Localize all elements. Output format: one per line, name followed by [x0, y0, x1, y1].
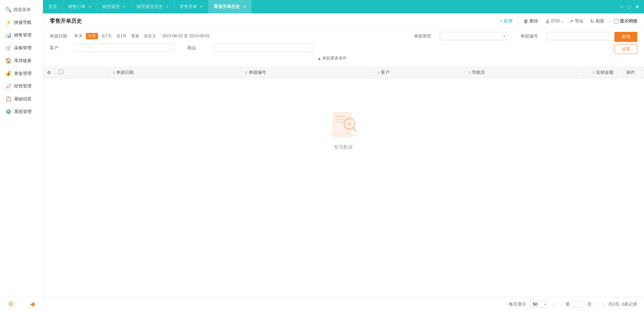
- search-icon: 🔍: [5, 7, 11, 13]
- svg-rect-4: [335, 119, 343, 120]
- date-yesterday-btn[interactable]: 昨天: [73, 33, 84, 39]
- sidebar-item-inventory[interactable]: 🏠 库存核算: [0, 54, 43, 67]
- bill-number-input[interactable]: [547, 32, 614, 40]
- minimize-button[interactable]: ─: [618, 3, 625, 10]
- th-settings[interactable]: ⚙: [43, 67, 55, 79]
- settings-button[interactable]: 设置: [614, 44, 637, 54]
- print-dropdown-icon[interactable]: ▾: [561, 19, 563, 23]
- sidebar-item-quick-nav[interactable]: ⚡ 快捷导航: [0, 16, 43, 29]
- sidebar-item-label: 采购管理: [14, 45, 32, 51]
- tab-sales-order[interactable]: 销售订单 ✕: [63, 0, 97, 13]
- close-window-button[interactable]: ✕: [634, 3, 641, 11]
- th-action: 操作: [617, 67, 644, 79]
- customer-filter-label: 客户: [50, 45, 73, 51]
- sidebar-item-sales-mgmt[interactable]: 📊 销售管理: [0, 29, 43, 42]
- tab-sales-order-close[interactable]: ✕: [88, 5, 91, 9]
- first-page-button[interactable]: ⟨⟨: [551, 301, 557, 308]
- tab-retail-open[interactable]: 零售开单 ✕: [174, 0, 208, 13]
- sidebar-bottom: ⚙ ◀: [0, 297, 43, 311]
- date-filter-label: 单据日期: [50, 33, 73, 39]
- tab-sales-order-label: 销售订单: [68, 4, 86, 10]
- page-size-select[interactable]: 10 20 50 100: [530, 301, 547, 308]
- new-button[interactable]: + 新增: [499, 17, 514, 25]
- th-guide-label: ↕ 导购员: [468, 69, 485, 75]
- filter-row-date: 单据日期 昨天 今天 近7天 近1月 更多 自定义 2023-06-02 至 2…: [50, 32, 614, 40]
- inventory-icon: 🏠: [5, 58, 11, 64]
- goods-input[interactable]: ...: [213, 44, 314, 52]
- customer-input[interactable]: ...: [73, 44, 174, 52]
- tab-home[interactable]: 首页: [43, 0, 63, 13]
- th-date[interactable]: ↕ 单据日期: [109, 67, 242, 79]
- svg-rect-5: [335, 121, 344, 122]
- tab-retail-open-history-close[interactable]: ✕: [243, 5, 246, 9]
- sidebar-item-label: 资金管理: [14, 70, 32, 76]
- bill-type-select[interactable]: [440, 32, 507, 40]
- sidebar-item-sys-mgmt[interactable]: ⚙️ 系统管理: [0, 105, 43, 118]
- sidebar-item-label: 库存核算: [14, 58, 32, 64]
- query-button[interactable]: 查询: [614, 32, 637, 42]
- empty-state: 暂无数据: [43, 79, 644, 164]
- finance-icon: 💰: [5, 70, 11, 76]
- date-custom-btn[interactable]: 自定义: [143, 33, 157, 39]
- toolbar: + 新增 🗑 删除 🖨 打印 ▾ ↗ 导出 ↻ 刷新: [499, 17, 637, 25]
- sidebar: 🔍 搜索菜单 ⚡ 快捷导航 📊 销售管理 🛒 采购管理 🏠 库存核算 💰 资金管…: [0, 0, 43, 311]
- prev-page-button[interactable]: ⟨: [559, 301, 563, 308]
- page-size-label: 每页显示: [509, 301, 526, 307]
- search-menu-label: 搜索菜单: [13, 7, 31, 13]
- page-unit: 页: [587, 301, 592, 307]
- print-button[interactable]: 🖨 打印 ▾: [544, 17, 564, 25]
- tab-retail-open-label: 零售开单: [180, 4, 197, 10]
- export-button[interactable]: ↗ 导出: [568, 17, 585, 25]
- last-page-button[interactable]: ⟩⟩: [600, 301, 606, 308]
- collapse-sidebar-button[interactable]: ◀: [30, 300, 35, 308]
- export-button-label: 导出: [575, 18, 584, 24]
- sidebar-item-label: 销售管理: [14, 32, 32, 38]
- search-menu[interactable]: 🔍 搜索菜单: [0, 3, 43, 16]
- sidebar-item-label: 基础信息: [14, 96, 32, 102]
- tab-sales-return[interactable]: 销货退货 ✕: [97, 0, 131, 13]
- th-customer[interactable]: ↕ 客户: [374, 67, 465, 79]
- sidebar-item-purchase-mgmt[interactable]: 🛒 采购管理: [0, 42, 43, 54]
- goods-filter: 商品 ...: [187, 44, 314, 52]
- page-number-input[interactable]: 1: [572, 301, 585, 308]
- sidebar-item-finance[interactable]: 💰 资金管理: [0, 67, 43, 80]
- th-checkbox[interactable]: [55, 67, 109, 79]
- refresh-button[interactable]: ↻ 刷新: [589, 17, 606, 25]
- sidebar-item-basic-info[interactable]: 📋 基础信息: [0, 93, 43, 105]
- sys-mgmt-icon: ⚙️: [5, 109, 11, 115]
- settings-gear-button[interactable]: ⚙: [8, 300, 13, 308]
- th-action-label: 操作: [626, 70, 635, 75]
- tab-sales-return-history-close[interactable]: ✕: [165, 5, 168, 9]
- th-number[interactable]: ↕ 单据编号: [242, 67, 374, 79]
- display-detail-checkbox[interactable]: [614, 19, 618, 23]
- tab-retail-open-close[interactable]: ✕: [200, 5, 203, 9]
- date-7days-btn[interactable]: 近7天: [100, 33, 113, 39]
- table-body: 暂无数据: [43, 79, 644, 164]
- tab-retail-open-history[interactable]: 零售开单历史 ✕: [208, 0, 251, 13]
- collapse-up-icon: ▲: [317, 56, 321, 60]
- sidebar-item-operations[interactable]: 📈 经营管理: [0, 80, 43, 93]
- date-more-btn[interactable]: 更多: [130, 33, 141, 39]
- next-page-button[interactable]: ⟩: [594, 301, 598, 308]
- main-area: 首页 销售订单 ✕ 销货退货 ✕ 销货退货历史 ✕ 零售开单 ✕ 零售开单历史 …: [43, 0, 644, 311]
- th-number-label: ↕ 单据编号: [245, 69, 266, 75]
- bill-type-label: 单据类型: [414, 33, 437, 39]
- tab-sales-return-close[interactable]: ✕: [122, 5, 126, 9]
- tab-sales-return-label: 销货退货: [102, 4, 120, 10]
- th-amount[interactable]: ↕ 实销金额: [577, 67, 617, 79]
- refresh-button-label: 刷新: [596, 18, 604, 24]
- collapse-filter-btn[interactable]: ▲ 收起更多条件: [50, 55, 614, 61]
- table-settings-icon[interactable]: ⚙: [47, 70, 51, 75]
- select-all-checkbox[interactable]: [59, 70, 63, 74]
- tab-home-label: 首页: [48, 4, 57, 10]
- date-1month-btn[interactable]: 近1月: [115, 33, 128, 39]
- page-size-wrap: 10 20 50 100: [530, 301, 547, 308]
- maximize-button[interactable]: □: [626, 3, 632, 10]
- svg-line-8: [353, 127, 356, 132]
- date-today-btn[interactable]: 今天: [86, 33, 98, 39]
- display-detail-toggle[interactable]: 显示明细: [614, 18, 637, 24]
- svg-point-0: [330, 134, 357, 138]
- th-guide[interactable]: ↕ 导购员: [465, 67, 577, 79]
- delete-button[interactable]: 🗑 删除: [522, 17, 540, 25]
- tab-sales-return-history[interactable]: 销货退货历史 ✕: [131, 0, 174, 13]
